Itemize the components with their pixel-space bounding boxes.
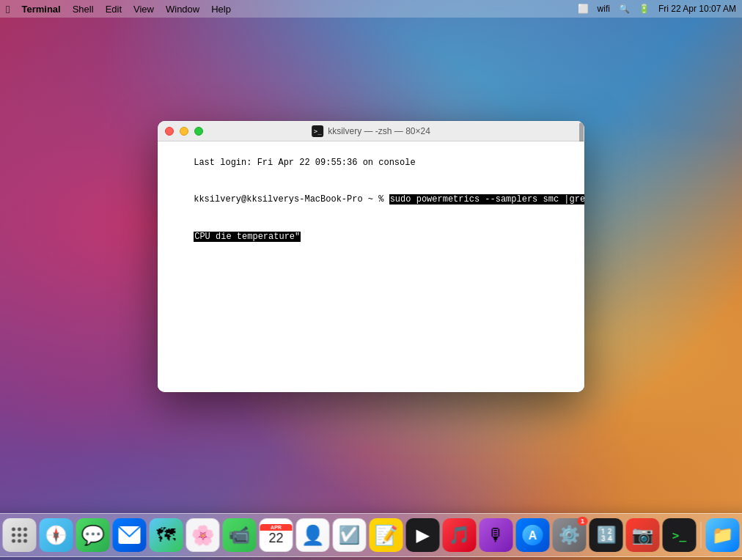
calendar-day: 22 [268, 531, 283, 547]
dock-item-finder2[interactable]: 📁 [706, 518, 740, 552]
menubar-left:  Terminal Shell Edit View Window Help [6, 3, 231, 15]
photobooth-icon: 📷 [632, 525, 654, 545]
finder2-icon: 📁 [712, 525, 734, 545]
menubar-right: ⬜ wifi 🔍 🔋 Fri 22 Apr 10:07 AM [578, 4, 736, 14]
terminal-line-1: Last login: Fri Apr 22 09:55:36 on conso… [162, 144, 580, 181]
menubar-help[interactable]: Help [211, 4, 231, 15]
dock-item-calculator[interactable]: 🔢 [589, 518, 623, 552]
contacts-icon: 👤 [301, 524, 325, 547]
dock-item-messages[interactable]: 💬 [76, 518, 110, 552]
dock-item-music[interactable]: 🎵 [443, 518, 477, 552]
svg-point-9 [18, 539, 21, 543]
dock-item-syspreferences[interactable]: ⚙️ 1 [553, 518, 587, 552]
menubar-window-icon[interactable]: ⬜ [578, 4, 589, 14]
messages-icon: 💬 [81, 524, 105, 547]
terminal-command: sudo powermetrics --samplers smc |grep -… [389, 194, 584, 205]
terminal-prompt: kksilvery@kksilverys-MacBook-Pro ~ % [194, 194, 389, 205]
terminal-command-continue: CPU die temperature" [194, 232, 301, 242]
svg-point-2 [12, 528, 15, 531]
appletv-icon: ▶ [416, 525, 430, 545]
menubar-window[interactable]: Window [166, 4, 199, 15]
svg-point-3 [18, 528, 21, 531]
menubar:  Terminal Shell Edit View Window Help ⬜… [0, 0, 742, 18]
terminal-titlebar: >_ kksilvery — -zsh — 80×24 [158, 121, 584, 141]
dock-item-calendar[interactable]: APR 22 [260, 518, 293, 552]
photos-icon: 🌸 [191, 524, 215, 547]
menubar-datetime: Fri 22 Apr 10:07 AM [658, 4, 736, 14]
dock-separator [701, 522, 702, 548]
svg-point-10 [23, 539, 27, 543]
terminal-dock-icon: >_ [672, 528, 686, 542]
calendar-month: APR [260, 524, 293, 531]
svg-point-6 [18, 534, 21, 537]
terminal-scrollbar[interactable] [578, 121, 584, 141]
dock-item-notes[interactable]: 📝 [370, 518, 403, 552]
dock-item-reminders[interactable]: ☑️ [333, 518, 367, 552]
dock-item-facetime[interactable]: 📹 [223, 518, 257, 552]
close-button[interactable] [165, 127, 174, 136]
dock-item-photos[interactable]: 🌸 [186, 518, 220, 552]
svg-point-5 [12, 534, 15, 537]
terminal-line-2: kksilvery@kksilverys-MacBook-Pro ~ % sud… [162, 181, 580, 218]
safari-icon [45, 524, 67, 546]
dock: 🔵 💬 [0, 513, 742, 557]
mail-icon [119, 526, 141, 544]
calculator-icon: 🔢 [596, 526, 616, 545]
syspreferences-badge: 1 [578, 517, 588, 526]
dock-item-podcasts[interactable]: 🎙 [480, 518, 513, 552]
menubar-wifi-icon[interactable]: wifi [598, 4, 610, 14]
calendar-content: APR 22 [260, 524, 293, 547]
minimize-button[interactable] [180, 127, 188, 136]
dock-item-maps[interactable]: 🗺 [150, 518, 183, 552]
menubar-view[interactable]: View [133, 4, 154, 15]
terminal-title-text: kksilvery — -zsh — 80×24 [328, 126, 430, 136]
terminal-app-icon: >_ [312, 125, 323, 137]
apple-menu[interactable]:  [6, 3, 10, 15]
syspreferences-icon: ⚙️ [559, 525, 581, 545]
dock-item-terminal[interactable]: >_ [663, 518, 697, 552]
appstore-icon: A [523, 525, 543, 545]
terminal-title: >_ kksilvery — -zsh — 80×24 [312, 125, 430, 137]
dock-item-appstore[interactable]: A [516, 518, 550, 552]
svg-point-7 [23, 534, 27, 537]
terminal-body[interactable]: Last login: Fri Apr 22 09:55:36 on conso… [158, 141, 584, 392]
notes-icon: 📝 [375, 524, 398, 547]
podcasts-icon: 🎙 [488, 525, 505, 545]
dock-item-contacts[interactable]: 👤 [296, 518, 330, 552]
dock-item-appletv[interactable]: ▶ [406, 518, 440, 552]
traffic-lights [165, 127, 203, 136]
reminders-icon: ☑️ [339, 525, 361, 545]
svg-text:A: A [529, 529, 537, 542]
facetime-icon: 📹 [229, 525, 251, 545]
terminal-line-3: CPU die temperature" [162, 218, 580, 255]
maps-icon: 🗺 [157, 524, 176, 547]
terminal-info-text: Last login: Fri Apr 22 09:55:36 on conso… [194, 158, 415, 168]
dock-item-launchpad[interactable] [3, 518, 37, 552]
menubar-app-name[interactable]: Terminal [21, 4, 60, 15]
menubar-battery-icon[interactable]: 🔋 [639, 4, 650, 14]
music-icon: 🎵 [449, 525, 471, 545]
dock-item-mail[interactable] [113, 518, 147, 552]
menubar-edit[interactable]: Edit [106, 4, 122, 15]
dock-item-photobooth[interactable]: 📷 [626, 518, 660, 552]
svg-point-4 [23, 528, 27, 531]
menubar-search-icon[interactable]: 🔍 [619, 4, 630, 14]
menubar-shell[interactable]: Shell [73, 4, 94, 15]
svg-point-8 [12, 539, 15, 543]
terminal-window: >_ kksilvery — -zsh — 80×24 Last login: … [158, 121, 584, 392]
maximize-button[interactable] [194, 127, 203, 136]
dock-item-safari[interactable] [40, 518, 73, 552]
launchpad-icon [10, 525, 30, 545]
